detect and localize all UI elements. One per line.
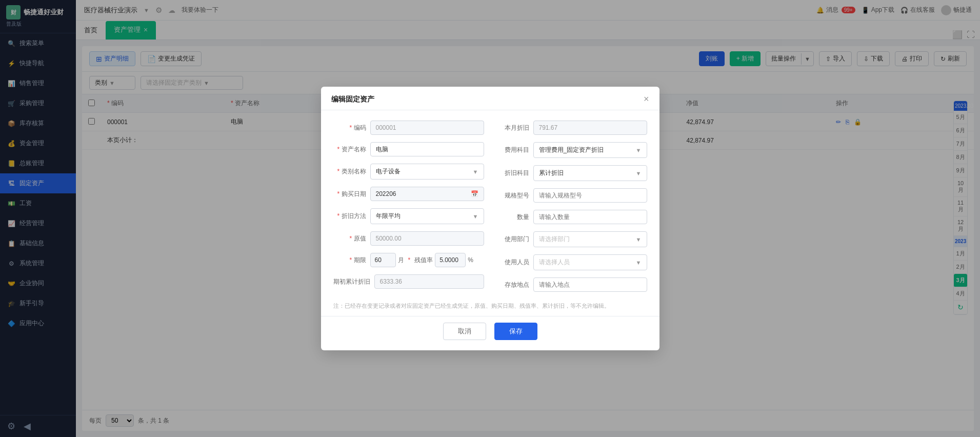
initial-acc-dep-label: 期初累计折旧	[333, 277, 370, 286]
chevron-down-icon: ▼	[636, 236, 642, 243]
dialog-note: 注：已经存在变更记录或者对应固定资产已经生成凭证，原值、购买日期、残值率、累计折…	[321, 298, 659, 316]
purchase-date-input[interactable]: 202206 📅	[370, 187, 484, 201]
period-unit: 月	[398, 256, 404, 265]
dep-subject-label: 折旧科目	[496, 169, 529, 177]
dept-placeholder: 请选择部门	[539, 235, 570, 244]
dept-label: 使用部门	[496, 235, 529, 244]
period-label: 期限	[333, 256, 366, 265]
user-select[interactable]: 请选择人员 ▼	[533, 254, 647, 270]
residual-rate-label: 残值率	[414, 256, 433, 265]
dep-method-value: 年限平均	[376, 212, 401, 221]
purchase-date-value: 202206	[376, 190, 396, 197]
asset-name-label: 资产名称	[333, 145, 366, 154]
category-value: 电子设备	[376, 167, 401, 176]
dep-method-label: 折旧方法	[333, 212, 366, 221]
chevron-down-icon: ▼	[636, 170, 642, 176]
dep-subject-select[interactable]: 累计折旧 ▼	[533, 165, 647, 181]
dialog-header: 编辑固定资产 ×	[321, 87, 659, 110]
edit-asset-dialog: 编辑固定资产 × 编码 资产名称 类别名称 电子设备 ▼	[321, 87, 659, 350]
residual-rate-unit: %	[468, 256, 473, 264]
dep-subject-value: 累计折旧	[539, 169, 564, 177]
period-input[interactable]	[370, 253, 396, 267]
monthly-dep-input	[533, 121, 647, 135]
user-placeholder: 请选择人员	[539, 258, 570, 267]
form-row-period: 期限 月 * 残值率 %	[333, 253, 484, 267]
user-label: 使用人员	[496, 258, 529, 267]
original-cost-label: 原值	[333, 234, 366, 243]
form-row-asset-name: 资产名称	[333, 142, 484, 156]
dialog-title: 编辑固定资产	[331, 95, 374, 104]
chevron-down-icon: ▼	[473, 169, 478, 175]
dep-method-select[interactable]: 年限平均 ▼	[370, 208, 484, 224]
period-inputs: 月 * 残值率 %	[370, 253, 484, 267]
dialog-left-col: 编码 资产名称 类别名称 电子设备 ▼ 购买日期	[333, 121, 484, 292]
form-row-initial-acc-dep: 期初累计折旧	[333, 274, 484, 289]
quantity-label: 数量	[496, 213, 529, 222]
form-row-expense-subject: 费用科目 管理费用_固定资产折旧 ▼	[496, 142, 647, 158]
residual-rate-input[interactable]	[435, 253, 466, 267]
save-button[interactable]: 保存	[494, 323, 537, 340]
asset-name-input[interactable]	[370, 142, 484, 156]
cancel-button[interactable]: 取消	[443, 323, 486, 340]
expense-subject-value: 管理费用_固定资产折旧	[539, 146, 604, 154]
form-row-user: 使用人员 请选择人员 ▼	[496, 254, 647, 270]
dialog-close-button[interactable]: ×	[644, 94, 649, 105]
category-select[interactable]: 电子设备 ▼	[370, 164, 484, 180]
form-row-quantity: 数量	[496, 210, 647, 224]
form-row-dep-subject: 折旧科目 累计折旧 ▼	[496, 165, 647, 181]
dialog-overlay: 编辑固定资产 × 编码 资产名称 类别名称 电子设备 ▼	[0, 0, 980, 437]
quantity-input[interactable]	[533, 210, 647, 224]
category-label: 类别名称	[333, 167, 366, 176]
dialog-footer: 取消 保存	[321, 316, 659, 350]
code-label: 编码	[333, 124, 366, 132]
form-row-monthly-dep: 本月折旧	[496, 121, 647, 135]
location-label: 存放地点	[496, 281, 529, 289]
chevron-down-icon: ▼	[636, 147, 642, 153]
form-row-dept: 使用部门 请选择部门 ▼	[496, 231, 647, 247]
form-row-dep-method: 折旧方法 年限平均 ▼	[333, 208, 484, 224]
location-input[interactable]	[533, 277, 647, 292]
code-input[interactable]	[370, 121, 484, 135]
expense-subject-label: 费用科目	[496, 146, 529, 154]
spec-model-input[interactable]	[533, 188, 647, 203]
chevron-down-icon: ▼	[636, 260, 642, 266]
dialog-right-col: 本月折旧 费用科目 管理费用_固定资产折旧 ▼ 折旧科目 累计折旧 ▼	[496, 121, 647, 292]
spec-model-label: 规格型号	[496, 191, 529, 200]
form-row-spec-model: 规格型号	[496, 188, 647, 203]
form-row-location: 存放地点	[496, 277, 647, 292]
dialog-body: 编码 资产名称 类别名称 电子设备 ▼ 购买日期	[321, 110, 659, 298]
original-cost-input[interactable]	[370, 231, 484, 246]
initial-acc-dep-input[interactable]	[374, 274, 484, 289]
monthly-dep-label: 本月折旧	[496, 124, 529, 132]
calendar-icon: 📅	[471, 190, 478, 197]
chevron-down-icon: ▼	[473, 213, 478, 220]
purchase-date-label: 购买日期	[333, 190, 366, 198]
dept-select[interactable]: 请选择部门 ▼	[533, 231, 647, 247]
expense-subject-select[interactable]: 管理费用_固定资产折旧 ▼	[533, 142, 647, 158]
form-row-code: 编码	[333, 121, 484, 135]
form-row-category: 类别名称 电子设备 ▼	[333, 164, 484, 180]
form-row-purchase-date: 购买日期 202206 📅	[333, 187, 484, 201]
form-row-original-cost: 原值	[333, 231, 484, 246]
